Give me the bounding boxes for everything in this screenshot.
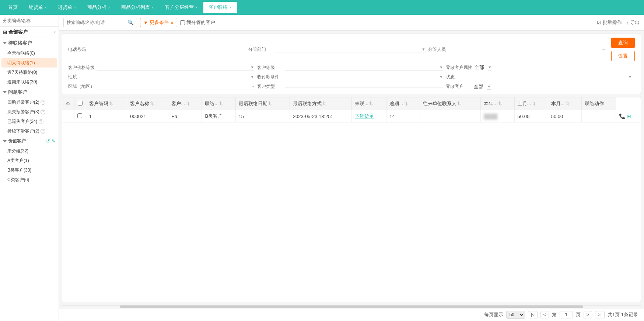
search-icon-btn[interactable]: 🔍: [127, 20, 134, 25]
nav-item-进货单[interactable]: 进货单×: [53, 2, 81, 13]
page-first-btn[interactable]: |<: [528, 311, 538, 318]
phone-input[interactable]: [96, 46, 245, 53]
export-button[interactable]: ↑ 导出: [626, 19, 640, 26]
nav-item-客户联络[interactable]: 客户联络×: [203, 2, 237, 13]
sidebar-item-value[interactable]: 未分组(32): [1, 146, 57, 156]
nav-close-icon[interactable]: ×: [74, 5, 76, 10]
gear-icon[interactable]: ⚙: [66, 101, 70, 107]
manager-select[interactable]: ···: [456, 46, 605, 53]
sort-icon-overdue[interactable]: ⇅: [404, 101, 408, 106]
query-button[interactable]: 查询: [611, 38, 635, 48]
batch-op-button[interactable]: ☑ 批量操作: [597, 19, 622, 26]
status-select[interactable]: ▼: [474, 74, 632, 80]
col-uncontact[interactable]: 未联...⇅: [352, 97, 386, 110]
set-button[interactable]: 设置: [611, 51, 635, 61]
col-type[interactable]: 客户...⇅: [168, 97, 202, 110]
filter-button[interactable]: ▼ 更多条件 ∧: [140, 18, 177, 27]
sidebar-search-box[interactable]: 🔍: [0, 15, 59, 27]
col-checkbox[interactable]: [74, 97, 86, 110]
sidebar-item[interactable]: 逾期未联络(30): [1, 77, 57, 87]
sidebar-item[interactable]: 明天待联络(1): [1, 58, 57, 68]
search-input[interactable]: [67, 20, 126, 25]
retail-attr-select[interactable]: ▼: [488, 65, 491, 70]
phone-icon[interactable]: 📞: [619, 113, 625, 119]
nav-item-首页[interactable]: 首页: [3, 2, 23, 13]
nav-close-icon[interactable]: ×: [195, 5, 197, 10]
col-last-date[interactable]: 最后联络日期⇅: [235, 97, 290, 110]
page-last-btn[interactable]: >|: [595, 311, 605, 318]
my-customer-checkbox-area[interactable]: 我分管的客户: [180, 19, 215, 26]
sort-icon-uncontact[interactable]: ⇅: [369, 101, 373, 106]
sort-icon-year[interactable]: ⇅: [498, 101, 502, 106]
area-dotdot[interactable]: ···: [251, 84, 254, 89]
sort-icon-date[interactable]: ⇅: [268, 101, 272, 106]
sort-icon-lastmonth[interactable]: ⇅: [532, 101, 536, 106]
col-gear[interactable]: ⚙: [62, 97, 74, 110]
refresh-icon[interactable]: ↺: [46, 138, 50, 144]
sidebar-item[interactable]: 近7天待联络(0): [1, 68, 57, 77]
col-overdue[interactable]: 逾期...⇅: [386, 97, 420, 110]
select-all-checkbox[interactable]: [78, 101, 83, 106]
dept-select[interactable]: ▼: [276, 46, 426, 52]
nav-close-icon[interactable]: ×: [108, 5, 110, 10]
area-select[interactable]: ···: [97, 83, 254, 90]
sidebar-group-problem[interactable]: 问题客户: [0, 87, 59, 97]
customer-type-select[interactable]: [285, 86, 443, 87]
nav-item-客户分层经营[interactable]: 客户分层经营×: [160, 2, 203, 13]
col-this-month[interactable]: 本月...⇅: [548, 97, 581, 110]
sort-icon-type[interactable]: ⇅: [186, 101, 190, 106]
page-prev-btn[interactable]: <: [540, 311, 549, 318]
col-code[interactable]: 客户编码⇅: [86, 97, 127, 110]
search-box[interactable]: 🔍: [63, 18, 137, 27]
nav-item-商品分析[interactable]: 商品分析×: [82, 2, 115, 13]
sidebar-item-value[interactable]: A类客户(1): [1, 156, 57, 165]
retail-customer-select[interactable]: ▼: [487, 84, 491, 90]
col-last-method[interactable]: 最后联络方式⇅: [290, 97, 351, 110]
price-level-select[interactable]: ▼: [97, 65, 254, 70]
sidebar-item-problem[interactable]: 流失预警客户(3) ?: [1, 107, 57, 117]
payment-select[interactable]: ▼: [285, 74, 443, 80]
manager-dotdot[interactable]: ···: [602, 47, 605, 52]
action[interactable]: 📞 ⊞: [616, 110, 641, 122]
sort-icon-contact[interactable]: ⇅: [219, 101, 223, 106]
col-contact-count[interactable]: 联络...⇅: [202, 97, 235, 110]
nav-close-icon[interactable]: ×: [151, 5, 154, 10]
nav-close-icon[interactable]: ×: [45, 5, 47, 10]
sidebar-group-sidebar-pending-group[interactable]: 待联络客户: [0, 38, 59, 48]
sidebar-item-problem[interactable]: 已流失客户(24) ?: [1, 117, 57, 126]
sidebar-item-value[interactable]: C类客户(6): [1, 175, 57, 184]
my-customer-checkbox[interactable]: [180, 20, 185, 25]
sidebar-item-problem[interactable]: 持续下滑客户(2) ?: [1, 127, 57, 136]
sidebar-item-problem[interactable]: 回购异常客户(2) ?: [1, 98, 57, 107]
sidebar-item[interactable]: 今天待联络(0): [1, 49, 57, 58]
page-num-input[interactable]: [560, 311, 573, 318]
horizontal-scrollbar-area[interactable]: [62, 305, 641, 308]
nature-select[interactable]: ▼: [96, 74, 254, 80]
row-checkbox[interactable]: [77, 113, 82, 118]
sort-icon-method[interactable]: ⇅: [322, 101, 326, 106]
collapse-icon[interactable]: «: [53, 30, 56, 34]
more-icon[interactable]: ⊞: [627, 113, 631, 119]
sort-icon-thismonth[interactable]: ⇅: [566, 101, 570, 106]
sort-icon-code[interactable]: ⇅: [109, 101, 113, 106]
nav-item-商品分析列表[interactable]: 商品分析列表×: [116, 2, 159, 13]
sort-icon-unit[interactable]: ⇅: [457, 101, 461, 106]
sidebar-search-input[interactable]: [3, 18, 58, 23]
col-name[interactable]: 客户名称⇅: [127, 97, 168, 110]
value-group-title: 价值客户: [8, 138, 46, 144]
customer-level-select[interactable]: ▼: [285, 65, 443, 70]
nav-item-销货单[interactable]: 销货单×: [24, 2, 52, 13]
last-method-link[interactable]: 下销货单: [355, 113, 374, 119]
sidebar-all-customers[interactable]: ⊞ 全部客户 «: [0, 27, 59, 38]
cb-cell[interactable]: [74, 110, 86, 122]
col-year-amount[interactable]: 本年...⇅: [481, 97, 514, 110]
col-unit-contact[interactable]: 往来单位联系人⇅: [420, 97, 481, 110]
page-next-btn[interactable]: >: [584, 311, 592, 318]
last-method[interactable]: 下销货单: [352, 110, 386, 122]
nav-close-icon[interactable]: ×: [229, 5, 231, 10]
edit-icon[interactable]: ✎: [52, 138, 56, 144]
page-size-select[interactable]: 50 100 200: [506, 311, 525, 319]
col-last-month[interactable]: 上月...⇅: [514, 97, 548, 110]
sort-icon-name[interactable]: ⇅: [150, 101, 154, 106]
sidebar-item-value[interactable]: B类客户(33): [1, 166, 57, 175]
